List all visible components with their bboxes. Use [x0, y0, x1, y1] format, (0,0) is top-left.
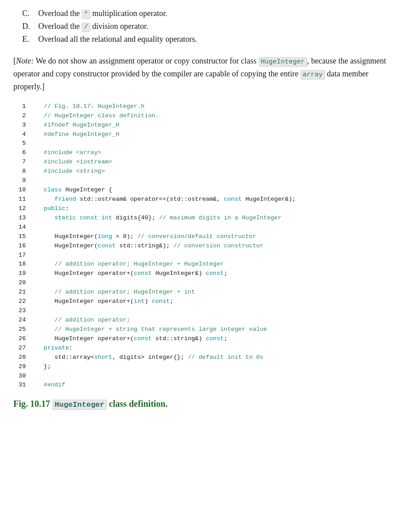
line-content-5 [33, 139, 388, 148]
line-num-16: 16 [13, 242, 26, 251]
line-num-21: 21 [13, 288, 26, 297]
code-line-28: 28 std::array<short, digits> integer{}; … [13, 353, 388, 362]
code-line-9: 9 [13, 176, 388, 186]
code-line-27: 27 private: [13, 344, 388, 353]
code-line-5: 5 [13, 139, 388, 148]
line-num-1: 1 [13, 102, 26, 111]
line-content-31: #endif [33, 381, 388, 390]
line-content-20 [33, 278, 388, 288]
line-content-11: friend std::ostream& operator<<(std::ost… [33, 195, 388, 204]
line-num-2: 2 [13, 111, 26, 121]
line-num-19: 19 [13, 269, 26, 278]
code-line-1: 1 // Fig. 10.17: HugeInteger.h [13, 102, 388, 111]
huge-integer-inline-1: HugeInteger [259, 57, 307, 67]
list-section: C. Overload the * multiplication operato… [13, 9, 388, 44]
line-num-7: 7 [13, 158, 26, 167]
code-line-3: 3 #ifndef HugeInteger_H [13, 121, 388, 130]
line-num-9: 9 [13, 176, 26, 186]
line-num-13: 13 [13, 214, 26, 223]
line-content-6: #include <array> [33, 148, 388, 158]
line-content-22: HugeInteger operator+(int) const; [33, 297, 388, 306]
line-num-18: 18 [13, 260, 26, 269]
line-content-2: // HugeInteger class definition. [33, 111, 388, 121]
line-content-29: }; [33, 362, 388, 372]
code-line-29: 29 }; [13, 362, 388, 372]
line-content-25: // HugeInteger + string that represents … [33, 325, 388, 334]
multiply-operator: * [82, 10, 90, 19]
fig-caption: Fig. 10.17 HugeInteger class definition. [13, 399, 388, 409]
code-line-11: 11 friend std::ostream& operator<<(std::… [13, 195, 388, 204]
line-num-12: 12 [13, 204, 26, 214]
line-content-28: std::array<short, digits> integer{}; // … [33, 353, 388, 362]
list-text-e: Overload all the relational and equality… [38, 35, 388, 44]
line-num-15: 15 [13, 232, 26, 242]
line-num-29: 29 [13, 362, 26, 372]
code-line-7: 7 #include <iostream> [13, 158, 388, 167]
line-num-23: 23 [13, 306, 26, 316]
note-section: [Note: We do not show an assignment oper… [13, 55, 388, 93]
line-num-20: 20 [13, 278, 26, 288]
code-line-23: 23 [13, 306, 388, 316]
list-item-c: C. Overload the * multiplication operato… [13, 9, 388, 18]
line-num-10: 10 [13, 186, 26, 195]
line-content-27: private: [33, 344, 388, 353]
code-line-19: 19 HugeInteger operator+(const HugeInteg… [13, 269, 388, 278]
line-content-17 [33, 251, 388, 260]
line-content-7: #include <iostream> [33, 158, 388, 167]
line-num-17: 17 [13, 251, 26, 260]
line-content-14 [33, 223, 388, 232]
list-text-d: Overload the / division operator. [38, 22, 388, 31]
divide-operator: / [82, 23, 90, 32]
line-num-25: 25 [13, 325, 26, 334]
note-label: Note: [16, 56, 34, 65]
line-content-3: #ifndef HugeInteger_H [33, 121, 388, 130]
code-line-22: 22 HugeInteger operator+(int) const; [13, 297, 388, 306]
code-line-12: 12 public: [13, 204, 388, 214]
line-content-18: // addition operator; HugeInteger + Huge… [33, 260, 388, 269]
line-num-27: 27 [13, 344, 26, 353]
code-block: 1 // Fig. 10.17: HugeInteger.h 2 // Huge… [13, 102, 388, 390]
code-line-4: 4 #define HugeInteger_H [13, 130, 388, 139]
code-line-20: 20 [13, 278, 388, 288]
line-num-8: 8 [13, 167, 26, 176]
line-content-13: static const int digits{40}; // maximum … [33, 214, 388, 223]
line-num-31: 31 [13, 381, 26, 390]
code-line-21: 21 // addition operator; HugeInteger + i… [13, 288, 388, 297]
list-label-d: D. [22, 22, 38, 31]
line-content-21: // addition operator; HugeInteger + int [33, 288, 388, 297]
line-content-9 [33, 176, 388, 186]
line-content-30 [33, 372, 388, 381]
code-line-15: 15 HugeInteger(long = 0); // conversion/… [13, 232, 388, 242]
line-num-14: 14 [13, 223, 26, 232]
line-content-19: HugeInteger operator+(const HugeInteger&… [33, 269, 388, 278]
line-num-28: 28 [13, 353, 26, 362]
code-line-18: 18 // addition operator; HugeInteger + H… [13, 260, 388, 269]
code-line-26: 26 HugeInteger operator+(const std::stri… [13, 334, 388, 344]
line-content-23 [33, 306, 388, 316]
line-num-26: 26 [13, 334, 26, 344]
line-num-3: 3 [13, 121, 26, 130]
list-label-c: C. [22, 9, 38, 18]
code-line-30: 30 [13, 372, 388, 381]
code-line-17: 17 [13, 251, 388, 260]
list-label-e: E. [22, 35, 38, 44]
code-line-14: 14 [13, 223, 388, 232]
line-content-10: class HugeInteger { [33, 186, 388, 195]
code-line-16: 16 HugeInteger(const std::string&); // c… [13, 242, 388, 251]
code-line-24: 24 // addition operator; [13, 316, 388, 325]
line-num-5: 5 [13, 139, 26, 148]
code-line-8: 8 #include <string> [13, 167, 388, 176]
line-content-26: HugeInteger operator+(const std::string&… [33, 334, 388, 344]
code-line-2: 2 // HugeInteger class definition. [13, 111, 388, 121]
fig-number: Fig. 10.17 [13, 399, 50, 409]
list-item-d: D. Overload the / division operator. [13, 22, 388, 31]
array-inline: array [301, 70, 325, 79]
line-content-12: public: [33, 204, 388, 214]
code-line-25: 25 // HugeInteger + string that represen… [13, 325, 388, 334]
line-content-15: HugeInteger(long = 0); // conversion/def… [33, 232, 388, 242]
line-num-22: 22 [13, 297, 26, 306]
line-content-8: #include <string> [33, 167, 388, 176]
code-line-10: 10 class HugeInteger { [13, 186, 388, 195]
line-num-24: 24 [13, 316, 26, 325]
line-num-6: 6 [13, 148, 26, 158]
